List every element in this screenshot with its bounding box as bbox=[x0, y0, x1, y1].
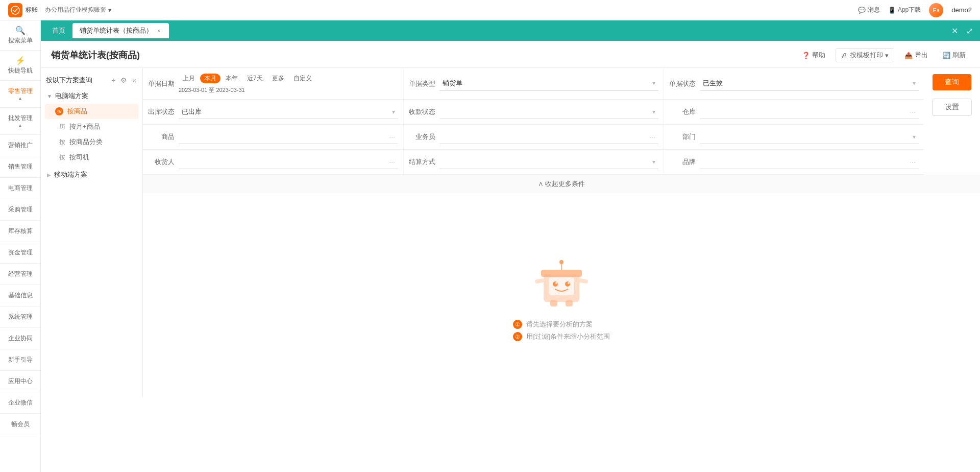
date-btn-last-month[interactable]: 上月 bbox=[179, 73, 199, 84]
workspace-label: 办公用品行业模拟账套 bbox=[45, 6, 106, 14]
panel-collapse-icon[interactable]: « bbox=[131, 75, 137, 85]
query-button[interactable]: 查询 bbox=[933, 74, 971, 90]
sidebar-item-vip[interactable]: 畅会员 bbox=[0, 414, 40, 435]
sidebar-item-corp-wechat[interactable]: 企业微信 bbox=[0, 392, 40, 414]
date-btn-this-year[interactable]: 本年 bbox=[222, 73, 242, 84]
filter-cell-payment-method: 结算方式 ▾ bbox=[403, 150, 664, 174]
warehouse-ellipsis-icon[interactable]: ··· bbox=[910, 108, 916, 116]
sidebar-item-wholesale[interactable]: 批发管理 ▲ bbox=[0, 108, 40, 135]
date-range-display: 2023-03-01 至 2023-03-31 bbox=[179, 86, 398, 94]
sidebar-search-menu[interactable]: 🔍 搜索菜单 bbox=[0, 20, 40, 51]
panel-add-icon[interactable]: + bbox=[110, 75, 116, 85]
sidebar-quick-nav[interactable]: ⚡ 快捷导航 bbox=[0, 51, 40, 81]
svg-point-0 bbox=[11, 6, 19, 14]
warehouse-out-input[interactable]: 已出库 ▾ bbox=[179, 105, 398, 119]
recipient-input[interactable]: ··· bbox=[179, 155, 398, 169]
sidebar-item-operations[interactable]: 经营管理 bbox=[0, 264, 40, 285]
tab-home[interactable]: 首页 bbox=[45, 23, 72, 38]
date-btn-this-month[interactable]: 本月 bbox=[200, 74, 220, 83]
status-input[interactable]: 已生效 ▾ bbox=[700, 77, 919, 91]
sidebar-item-sales[interactable]: 销售管理 bbox=[0, 156, 40, 178]
scheme-icon-by-goods: 按 bbox=[55, 107, 63, 115]
scheme-label-by-goods-category: 按商品分类 bbox=[69, 137, 103, 147]
desktop-scheme-group: ▼ 电脑端方案 按 按商品 历 按月+商品 按 bbox=[41, 88, 142, 165]
sidebar-item-retail[interactable]: 零售管理 ▲ bbox=[0, 81, 40, 108]
sidebar-item-marketing[interactable]: 营销推广 bbox=[0, 135, 40, 156]
scheme-label-by-month-goods: 按月+商品 bbox=[69, 122, 100, 131]
payment-method-input[interactable]: ▾ bbox=[439, 155, 658, 169]
brand-input[interactable]: ··· bbox=[700, 155, 919, 169]
date-btn-more[interactable]: 更多 bbox=[268, 73, 288, 84]
inventory-label: 库存核算 bbox=[8, 227, 33, 234]
workspace-selector[interactable]: 办公用品行业模拟账套 ▾ bbox=[42, 5, 114, 15]
retail-arrow-icon: ▲ bbox=[18, 96, 23, 101]
panel-actions: + ⚙ « bbox=[110, 75, 137, 85]
scheme-item-by-goods[interactable]: 按 按商品 bbox=[45, 104, 138, 119]
page-content: 销货单统计表(按商品) ❓ 帮助 🖨 按模板打印 ▾ 📤 导出 bbox=[41, 41, 980, 472]
staff-input[interactable]: ··· bbox=[439, 130, 658, 144]
user-avatar[interactable]: Ea bbox=[929, 3, 943, 17]
filter-cell-payment: 收款状态 ▾ bbox=[403, 100, 664, 124]
sidebar-item-basic[interactable]: 基础信息 bbox=[0, 285, 40, 306]
ecommerce-label: 电商管理 bbox=[8, 184, 33, 192]
svg-point-7 bbox=[568, 282, 570, 284]
mobile-group-title[interactable]: ▶ 移动端方案 bbox=[45, 167, 138, 182]
main-layout: 🔍 搜索菜单 ⚡ 快捷导航 零售管理 ▲ 批发管理 ▲ 营销推广 销售管理 电商… bbox=[0, 20, 980, 472]
type-input[interactable]: 销货单 ▾ bbox=[439, 77, 658, 91]
tab-expand-btn[interactable]: ⤢ bbox=[963, 24, 976, 38]
sidebar-item-system[interactable]: 系统管理 bbox=[0, 306, 40, 328]
filter-rows-area: 单据日期 上月 本月 本年 近7天 更多 自定义 bbox=[143, 68, 980, 175]
warehouse-input[interactable]: ··· bbox=[700, 105, 919, 119]
message-label: 消息 bbox=[868, 6, 880, 14]
recipient-ellipsis-icon[interactable]: ··· bbox=[389, 158, 395, 166]
tab-close-window-btn[interactable]: ✕ bbox=[948, 24, 961, 38]
settings-button[interactable]: 设置 bbox=[932, 99, 972, 116]
dept-label: 部门 bbox=[669, 132, 700, 141]
panel-settings-icon[interactable]: ⚙ bbox=[119, 75, 128, 85]
scheme-item-by-month-goods[interactable]: 历 按月+商品 bbox=[45, 119, 138, 134]
scheme-item-by-goods-category[interactable]: 按 按商品分类 bbox=[45, 134, 138, 150]
sidebar-item-guide[interactable]: 新手引导 bbox=[0, 349, 40, 371]
top-header: 标账 办公用品行业模拟账套 ▾ 💬 消息 📱 App下载 Ea demo2 bbox=[0, 0, 980, 20]
svg-rect-13 bbox=[566, 300, 573, 306]
type-value: 销货单 bbox=[443, 79, 462, 88]
svg-point-9 bbox=[559, 260, 564, 264]
sidebar-item-enterprise[interactable]: 企业协同 bbox=[0, 328, 40, 349]
tab-close-icon[interactable]: × bbox=[156, 27, 162, 34]
panel-header-label: 按以下方案查询 bbox=[46, 76, 92, 85]
help-btn[interactable]: ❓ 帮助 bbox=[798, 49, 829, 62]
sidebar-item-ecommerce[interactable]: 电商管理 bbox=[0, 178, 40, 199]
date-btn-custom[interactable]: 自定义 bbox=[289, 73, 316, 84]
desktop-group-title[interactable]: ▼ 电脑端方案 bbox=[45, 88, 138, 104]
message-action[interactable]: 💬 消息 bbox=[858, 6, 880, 14]
sidebar-item-purchase[interactable]: 采购管理 bbox=[0, 199, 40, 221]
payment-input[interactable]: ▾ bbox=[439, 105, 658, 119]
brand-ellipsis-icon[interactable]: ··· bbox=[910, 158, 916, 166]
sidebar-item-app-center[interactable]: 应用中心 bbox=[0, 371, 40, 392]
brand-label: 品牌 bbox=[669, 157, 700, 167]
tip2-text: 用[过滤]条件来缩小分析范围 bbox=[526, 332, 609, 341]
sales-label: 销售管理 bbox=[8, 163, 33, 170]
empty-tip-2: ② 用[过滤]条件来缩小分析范围 bbox=[513, 332, 609, 341]
collapse-bar[interactable]: ∧ 收起更多条件 bbox=[143, 175, 980, 193]
date-btn-7days[interactable]: 近7天 bbox=[243, 73, 267, 84]
empty-tip-1: ① 请先选择要分析的方案 bbox=[513, 320, 593, 329]
goods-input[interactable]: ··· bbox=[179, 130, 398, 144]
staff-ellipsis-icon[interactable]: ··· bbox=[649, 133, 655, 141]
scheme-item-by-cashier[interactable]: 按 按司机 bbox=[45, 150, 138, 165]
sidebar-item-finance[interactable]: 资金管理 bbox=[0, 242, 40, 264]
svg-rect-10 bbox=[534, 278, 544, 284]
tab-sales-stats[interactable]: 销货单统计表（按商品） × bbox=[72, 23, 169, 38]
goods-ellipsis-icon[interactable]: ··· bbox=[389, 133, 395, 141]
print-btn[interactable]: 🖨 按模板打印 ▾ bbox=[836, 48, 894, 62]
sidebar-item-inventory[interactable]: 库存核算 bbox=[0, 221, 40, 242]
svg-rect-12 bbox=[550, 300, 557, 306]
refresh-btn[interactable]: 🔄 刷新 bbox=[938, 49, 970, 62]
app-download-action[interactable]: 📱 App下载 bbox=[888, 6, 921, 14]
status-label: 单据状态 bbox=[669, 79, 700, 88]
quick-nav-label: 快捷导航 bbox=[8, 67, 33, 74]
export-btn[interactable]: 📤 导出 bbox=[900, 49, 932, 62]
dept-input[interactable]: ▾ bbox=[700, 130, 919, 144]
logo-text: 标账 bbox=[26, 6, 38, 14]
filter-cell-warehouse: 仓库 ··· bbox=[664, 100, 924, 124]
